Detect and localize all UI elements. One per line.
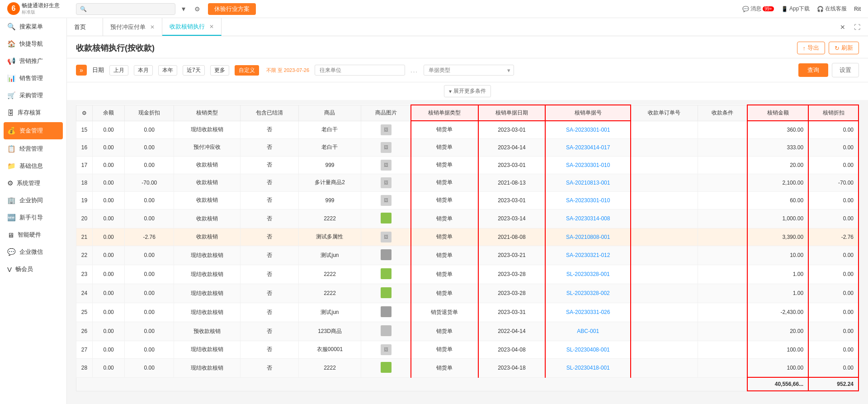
sidebar-item-guide[interactable]: 🆕 新手引导 bbox=[0, 209, 66, 226]
top-search-bar[interactable]: 🔍 bbox=[76, 3, 175, 15]
bill-type-input[interactable] bbox=[424, 65, 514, 76]
bill-no-link[interactable]: SA-20230331-026 bbox=[566, 309, 610, 315]
date-7days-button[interactable]: 近7天 bbox=[183, 65, 205, 76]
cell-bill-no[interactable]: SL-20230328-002 bbox=[545, 284, 631, 303]
export-button[interactable]: ↑ 导出 bbox=[797, 42, 826, 54]
tab-maximize-button[interactable]: ⛶ bbox=[852, 22, 863, 33]
cell-receipt-condition bbox=[698, 121, 747, 138]
cell-receipt-condition bbox=[698, 209, 747, 228]
cell-verify-discount: 0.00 bbox=[808, 191, 859, 209]
bill-no-link[interactable]: SA-20230301-001 bbox=[566, 127, 610, 133]
date-custom-button[interactable]: 自定义 bbox=[235, 65, 259, 76]
cell-goods-img bbox=[361, 322, 411, 341]
table-row: 22 0.00 0.00 现结收款核销 否 测试jun 销货单 2023-03-… bbox=[76, 246, 859, 265]
cell-bill-no[interactable]: SA-20210813-001 bbox=[545, 174, 631, 191]
bill-no-link[interactable]: SA-20230301-010 bbox=[566, 197, 610, 204]
bill-no-link[interactable]: SL-20230328-002 bbox=[566, 290, 610, 296]
date-this-year-button[interactable]: 本年 bbox=[158, 65, 177, 76]
dropdown-arrow[interactable]: ▾ bbox=[178, 4, 189, 14]
cell-bill-no[interactable]: SA-20230301-010 bbox=[545, 156, 631, 174]
tab-prepay[interactable]: 预付冲应付单 ✕ bbox=[103, 18, 162, 36]
cell-seq: 26 bbox=[76, 322, 93, 341]
sidebar-item-member[interactable]: V 畅会员 bbox=[0, 261, 66, 278]
online-service-button[interactable]: 🎧 在线客服 bbox=[817, 5, 847, 13]
cell-bill-no[interactable]: SA-20230331-026 bbox=[545, 303, 631, 322]
bill-no-link[interactable]: SA-20230321-012 bbox=[566, 252, 610, 258]
cell-bill-date: 2023-04-14 bbox=[478, 138, 546, 156]
cell-bill-no[interactable]: SL-20230328-001 bbox=[545, 265, 631, 284]
col-bill-date: 核销单据日期 bbox=[478, 105, 546, 121]
cell-goods: 2222 bbox=[298, 265, 361, 284]
sidebar-item-hardware[interactable]: 🖥 智能硬件 bbox=[0, 226, 66, 243]
query-button[interactable]: 查询 bbox=[798, 63, 828, 77]
sidebar-item-search[interactable]: 🔍 搜索菜单 bbox=[0, 18, 66, 35]
sidebar-item-marketing[interactable]: 📢 营销推广 bbox=[0, 52, 66, 70]
cell-verify-type: 现结收款核销 bbox=[174, 284, 241, 303]
settings-gear-icon[interactable]: ⚙ bbox=[192, 4, 203, 14]
sidebar-item-basic[interactable]: 📁 基础信息 bbox=[0, 157, 66, 175]
tab-collection[interactable]: 收款核销执行 ✕ bbox=[162, 18, 222, 36]
bill-no-link[interactable]: SA-20230301-010 bbox=[566, 162, 610, 168]
bill-no-link[interactable]: SA-20210813-001 bbox=[566, 180, 610, 186]
bill-no-link[interactable]: SL-20230408-001 bbox=[566, 347, 610, 353]
date-last-month-button[interactable]: 上月 bbox=[109, 65, 128, 76]
sidebar-item-operations[interactable]: 📋 经营管理 bbox=[0, 140, 66, 157]
sidebar-item-enterprise[interactable]: 🏢 企业协同 bbox=[0, 192, 66, 209]
filter-expand-row: ▾ 展开更多条件 bbox=[67, 82, 868, 100]
cell-goods-img: 🖼 bbox=[361, 174, 411, 191]
sidebar-item-wechat[interactable]: 💬 企业微信 bbox=[0, 243, 66, 261]
cell-seq: 21 bbox=[76, 228, 93, 246]
settings-button[interactable]: 设置 bbox=[832, 63, 859, 77]
col-receipt-condition: 收款条件 bbox=[698, 105, 747, 121]
bill-no-link[interactable]: SA-20210808-001 bbox=[566, 234, 610, 240]
cell-bill-no[interactable]: SA-20230321-012 bbox=[545, 246, 631, 265]
filter-toggle-button[interactable]: » bbox=[76, 65, 87, 76]
bill-no-link[interactable]: SL-20230418-001 bbox=[566, 365, 610, 371]
tab-prepay-close[interactable]: ✕ bbox=[150, 24, 155, 30]
bill-no-link[interactable]: SA-20230414-017 bbox=[566, 144, 610, 151]
tab-close-window-button[interactable]: ✕ bbox=[837, 22, 848, 33]
cell-bill-no[interactable]: SA-20230301-010 bbox=[545, 191, 631, 209]
expand-more-conditions-button[interactable]: ▾ 展开更多条件 bbox=[444, 85, 491, 97]
cell-verify-discount: 0.00 bbox=[808, 358, 859, 377]
table-row: 19 0.00 0.00 收款核销 否 999 🖼 销货单 2023-03-01… bbox=[76, 191, 859, 209]
sidebar-item-finance[interactable]: 💰 资金管理 bbox=[4, 122, 63, 139]
cell-bill-no[interactable]: SA-20230414-017 bbox=[545, 138, 631, 156]
bill-no-link[interactable]: SA-20230314-008 bbox=[566, 215, 610, 222]
cell-bill-no[interactable]: SA-20210808-001 bbox=[545, 228, 631, 246]
col-receipt-order-no: 收款单订单号 bbox=[631, 105, 698, 121]
cell-bill-no[interactable]: SL-20230418-001 bbox=[545, 358, 631, 377]
cell-verify-discount: 0.00 bbox=[808, 156, 859, 174]
cell-cash-discount: 0.00 bbox=[125, 246, 174, 265]
app-download-button[interactable]: 📱 App下载 bbox=[781, 5, 810, 13]
date-this-month-button[interactable]: 本月 bbox=[134, 65, 153, 76]
cell-bill-no[interactable]: SA-20230301-001 bbox=[545, 121, 631, 138]
finance-icon: 💰 bbox=[7, 127, 16, 135]
refresh-button[interactable]: ↻ 刷新 bbox=[829, 42, 859, 54]
bill-no-link[interactable]: ABC-001 bbox=[577, 328, 599, 334]
tab-home[interactable]: 首页 bbox=[67, 18, 103, 36]
tab-collection-close[interactable]: ✕ bbox=[209, 24, 214, 30]
sidebar-item-purchase[interactable]: 🛒 采购管理 bbox=[0, 87, 66, 104]
sidebar-item-shortcut[interactable]: 🏠 快捷导航 bbox=[0, 35, 66, 52]
cell-bill-date: 2023-03-01 bbox=[478, 191, 546, 209]
cell-receipt-order-no bbox=[631, 358, 698, 377]
from-unit-input[interactable] bbox=[315, 65, 405, 76]
messages-button[interactable]: 💬 消息 99+ bbox=[742, 5, 774, 13]
sidebar-label-system: 系统管理 bbox=[17, 179, 40, 187]
bill-no-link[interactable]: SL-20230328-001 bbox=[566, 271, 610, 277]
cell-bill-no[interactable]: SL-20230408-001 bbox=[545, 341, 631, 358]
cell-goods: 衣服00001 bbox=[298, 341, 361, 358]
cell-include-settled: 否 bbox=[241, 322, 298, 341]
date-more-button[interactable]: 更多 bbox=[210, 65, 229, 76]
sidebar-item-system[interactable]: ⚙ 系统管理 bbox=[0, 175, 66, 192]
col-gear[interactable]: ⚙ bbox=[76, 105, 93, 121]
cell-bill-no[interactable]: SA-20230314-008 bbox=[545, 209, 631, 228]
cell-verify-discount: 0.00 bbox=[808, 284, 859, 303]
cell-include-settled: 否 bbox=[241, 209, 298, 228]
industry-solution-button[interactable]: 休验行业方案 bbox=[208, 3, 256, 15]
sidebar-item-sales[interactable]: 📊 销售管理 bbox=[0, 70, 66, 87]
sidebar-item-inventory[interactable]: 🗄 库存核算 bbox=[0, 104, 66, 121]
user-name[interactable]: Rit bbox=[854, 6, 861, 12]
cell-bill-no[interactable]: ABC-001 bbox=[545, 322, 631, 341]
